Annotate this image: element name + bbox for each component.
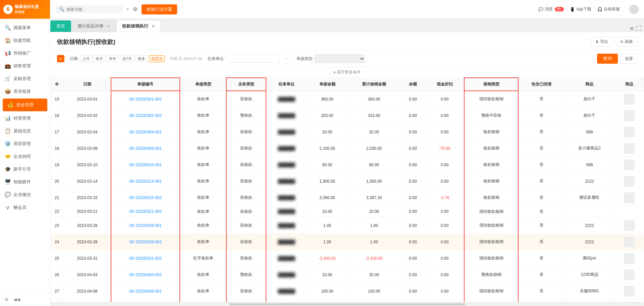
cell-no: 20	[50, 173, 64, 189]
cell-bill-no[interactable]: SK-20230418-001	[111, 299, 180, 302]
main-area: 🔍 ▾ ⚙ 体验行业方案 💬 消息 99+ 📱 App下载 🎧 在线客服	[50, 0, 644, 306]
sidebar-item-finance[interactable]: 💰 资金管理	[3, 99, 47, 111]
cell-product: 2222	[565, 299, 614, 302]
date-btn-7days[interactable]: 近7天	[120, 55, 134, 62]
cell-bill-type: 收款单	[180, 217, 226, 234]
cell-bill-no[interactable]: SK-20230302-002	[111, 107, 180, 124]
cell-biz-type: 预收款	[226, 107, 266, 124]
sidebar-item-guide[interactable]: 🎓 新手引导	[0, 163, 50, 176]
expand-conditions-bar[interactable]: ▾ 展开更多条件	[50, 67, 644, 77]
sidebar-item-operations[interactable]: 📊 经营管理	[0, 112, 50, 125]
export-btn[interactable]: ⬆ 导出	[591, 37, 612, 47]
sidebar-item-wechat[interactable]: 💬 企业微信	[0, 188, 50, 201]
topbar-search-box[interactable]: 🔍	[56, 5, 123, 13]
table-row[interactable]: 22 2023-03-21 SK-20230321-003 收款单 应收款 ██…	[50, 206, 644, 217]
sidebar-item-purchase[interactable]: 🛒 采购管理	[0, 72, 50, 85]
cell-bill-type: 收款单	[180, 157, 226, 173]
tab-home[interactable]: 首页	[50, 20, 71, 32]
close-all-tabs-btn[interactable]: ✕	[630, 25, 634, 32]
table-row[interactable]: 20 2023-03-14 SK-20230314-001 收款单 应收款 ██…	[50, 173, 644, 189]
cell-bill-type: 收款单	[180, 234, 226, 250]
tab-collection-exec-close[interactable]: ✕	[152, 24, 155, 28]
collapse-btn[interactable]: ◀◀	[13, 297, 20, 302]
cell-bill-no[interactable]: SK-20230331-002	[111, 250, 180, 266]
cell-no: 19	[50, 157, 64, 173]
sidebar-item-enterprise[interactable]: 🤝 企业协同	[0, 150, 50, 163]
date-btn-last-month[interactable]: 上月	[80, 55, 92, 62]
sidebar-label-guide: 新手引导	[13, 166, 31, 172]
cell-include-settled: 否	[518, 266, 565, 283]
cell-bill-no[interactable]: SK-20230310-001	[111, 157, 180, 173]
table-scrollbar[interactable]	[50, 302, 644, 306]
sidebar-item-system[interactable]: ⚙️ 系统管理	[0, 137, 50, 150]
search-input[interactable]	[66, 7, 113, 12]
cell-bill-no[interactable]: SK-20230403-002	[111, 266, 180, 283]
sidebar-item-shortcut[interactable]: 🏠 快捷导航	[0, 34, 50, 47]
table-row[interactable]: 19 2023-03-10 SK-20230310-001 收款单 应收款 ██…	[50, 157, 644, 173]
cell-bill-no[interactable]: SK-20230408-001	[111, 283, 180, 299]
table-row[interactable]: 27 2023-04-08 SK-20230408-001 收款单 应收款 ██…	[50, 283, 644, 299]
sidebar-item-basic[interactable]: 📋 基础信息	[0, 125, 50, 137]
sidebar-item-hardware[interactable]: 🖥️ 智能硬件	[0, 176, 50, 188]
table-row[interactable]: 25 2023-03-31 SK-20230331-002 红字收款单 应收款 …	[50, 250, 644, 266]
date-btn-this-month[interactable]: 本月	[93, 55, 105, 62]
user-avatar[interactable]	[629, 5, 639, 14]
cell-bill-no[interactable]: SK-20230315-002	[111, 189, 180, 206]
table-row[interactable]: 21 2023-03-15 SK-20230315-002 收款单 应收款 ██…	[50, 189, 644, 206]
table-row[interactable]: 17 2023-03-04 SK-20230304-001 收款单 应收款 ██…	[50, 124, 644, 140]
table-row[interactable]: 24 2023-03-28 SK-20230328-002 收款单 应收款 ██…	[50, 234, 644, 250]
message-btn[interactable]: 💬 消息 99+	[538, 6, 564, 12]
cell-balance: 0.00	[401, 234, 425, 250]
online-support-btn[interactable]: 🎧 在线客服	[597, 6, 620, 12]
table-row[interactable]: 26 2023-04-03 SK-20230403-002 收款单 预收款 ██…	[50, 266, 644, 283]
dropdown-arrow[interactable]: ▾	[127, 7, 129, 11]
sidebar-item-member[interactable]: V 畅会员	[0, 201, 50, 214]
cell-bill-amount: 1.00	[307, 217, 347, 234]
cell-partner: ██████	[266, 266, 307, 283]
refresh-btn[interactable]: ↻ 刷新	[616, 37, 637, 47]
cell-partner: ██████	[266, 124, 307, 140]
message-label: 消息	[545, 6, 553, 12]
cell-no: 17	[50, 124, 64, 140]
table-row[interactable]: 18 2023-03-08 SK-20230308-001 收款单 应收款 ██…	[50, 140, 644, 157]
app-download-btn[interactable]: 📱 App下载	[570, 6, 591, 12]
table-row[interactable]: 16 2023-03-02 SK-20230302-002 收款单 预收款 ██…	[50, 107, 644, 124]
query-btn[interactable]: 查询	[597, 54, 618, 64]
settings-btn[interactable]: 设置	[621, 54, 637, 64]
sidebar-item-sales[interactable]: 💼 销售管理	[0, 60, 50, 72]
gear-icon[interactable]: ⚙	[133, 6, 138, 12]
cell-bill-no[interactable]: SK-20230304-001	[111, 124, 180, 140]
sidebar-item-inventory[interactable]: 📦 库存核算	[0, 85, 50, 98]
cell-bill-amount: 333.00	[307, 107, 347, 124]
maximize-btn[interactable]: ⛶	[636, 26, 641, 32]
col-settings[interactable]: ⚙	[50, 78, 64, 91]
cell-biz-type: 应收款	[226, 173, 266, 189]
cell-bill-no[interactable]: SK-20230308-001	[111, 140, 180, 157]
cell-bill-no[interactable]: SK-20230328-001	[111, 217, 180, 234]
date-btn-custom[interactable]: 自定义	[149, 55, 165, 62]
filter-expand-btn[interactable]: »	[57, 55, 64, 62]
table-row[interactable]: 15 2023-03-01 SK-20230301-002 收款单 应收款 ██…	[50, 91, 644, 107]
date-btn-more[interactable]: 更多	[136, 55, 148, 62]
cell-bill-no[interactable]: SK-20230314-001	[111, 173, 180, 189]
date-btn-this-year[interactable]: 本年	[107, 55, 119, 62]
cell-bill-no[interactable]: SK-20230301-002	[111, 91, 180, 107]
tab-collection-exec[interactable]: 收款核销执行 ✕	[116, 20, 160, 32]
cell-product-img	[614, 234, 644, 250]
cell-bill-no[interactable]: SK-20230321-003	[111, 206, 180, 217]
sidebar-item-search[interactable]: 🔍 搜索菜单	[0, 21, 50, 34]
settings-bottom-btn[interactable]: ⚙	[5, 297, 9, 302]
filter-bill-type-label: 单据类型	[297, 56, 313, 62]
sidebar-item-marketing[interactable]: 📢 营销推广	[0, 47, 50, 60]
filter-bill-type-select[interactable]	[315, 54, 365, 63]
table-row[interactable]: 28 2023-04-18 SK-20230418-001 收款单 应收款 ██…	[50, 299, 644, 302]
tab-advance-pay[interactable]: 预计应应付单 ✕	[72, 20, 116, 32]
table-row[interactable]: 23 2023-03-28 SK-20230328-001 收款单 应收款 ██…	[50, 217, 644, 234]
cell-partner: ██████	[266, 173, 307, 189]
filter-partner-input[interactable]	[226, 55, 279, 63]
industry-btn[interactable]: 体验行业方案	[142, 4, 177, 14]
cell-product-img	[614, 157, 644, 173]
operations-icon: 📊	[5, 115, 11, 121]
tab-advance-pay-close[interactable]: ✕	[107, 24, 110, 28]
cell-bill-no[interactable]: SK-20230328-002	[111, 234, 180, 250]
